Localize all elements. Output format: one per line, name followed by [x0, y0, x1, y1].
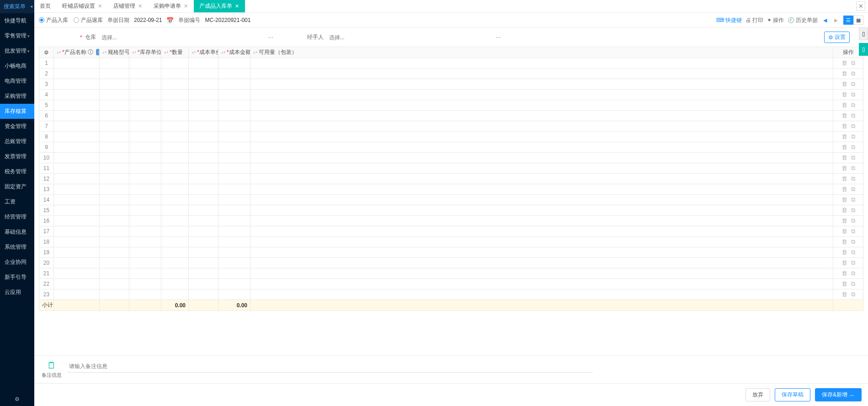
collapse-icon[interactable]: ◂: [30, 4, 32, 9]
table-row[interactable]: 6🗑⧉: [39, 111, 863, 121]
radio-product-in[interactable]: 产品入库: [39, 16, 68, 24]
copy-icon[interactable]: ⧉: [851, 112, 855, 119]
table-row[interactable]: 7🗑⧉: [39, 121, 863, 132]
col-quantity[interactable]: ▴▾*数量: [161, 47, 189, 58]
table-row[interactable]: 12🗑⧉: [39, 174, 863, 184]
delete-icon[interactable]: 🗑: [841, 249, 847, 256]
col-spec[interactable]: ▴▾规格型号: [100, 47, 129, 58]
sidebar-item[interactable]: 工资: [0, 194, 34, 209]
col-gear[interactable]: ⚙: [39, 47, 54, 58]
delete-icon[interactable]: 🗑: [841, 259, 847, 267]
operate-link[interactable]: ✦操作: [767, 16, 784, 24]
table-row[interactable]: 8🗑⧉: [39, 132, 863, 142]
close-icon[interactable]: ✕: [138, 3, 142, 9]
delete-icon[interactable]: 🗑: [841, 102, 847, 109]
delete-icon[interactable]: 🗑: [841, 238, 847, 246]
tab[interactable]: 产成品入库单✕: [194, 0, 245, 12]
delete-icon[interactable]: 🗑: [841, 228, 847, 235]
copy-icon[interactable]: ⧉: [851, 238, 855, 246]
table-row[interactable]: 14🗑⧉: [39, 195, 863, 205]
delete-icon[interactable]: 🗑: [841, 70, 847, 77]
table-row[interactable]: 23🗑⧉: [39, 289, 863, 300]
copy-icon[interactable]: ⧉: [851, 291, 855, 298]
copy-icon[interactable]: ⧉: [851, 59, 855, 67]
col-product-name[interactable]: ▴▾*产品名称 ⓘ 扫码录入: [54, 47, 100, 58]
delete-icon[interactable]: 🗑: [841, 270, 847, 277]
copy-icon[interactable]: ⧉: [851, 102, 855, 109]
copy-icon[interactable]: ⧉: [851, 207, 855, 214]
delete-icon[interactable]: 🗑: [841, 112, 847, 119]
table-row[interactable]: 4🗑⧉: [39, 90, 863, 100]
table-row[interactable]: 11🗑⧉: [39, 163, 863, 174]
copy-icon[interactable]: ⧉: [851, 228, 855, 235]
history-prev-icon[interactable]: ◀: [821, 17, 829, 23]
remark-input[interactable]: [67, 360, 593, 373]
copy-icon[interactable]: ⧉: [851, 165, 855, 172]
save-new-button[interactable]: 保存&新增︿: [815, 388, 862, 401]
close-all-tabs[interactable]: ✕: [856, 1, 865, 11]
rail-tab-2[interactable]: ▯: [859, 43, 868, 56]
sidebar-item[interactable]: 采购管理: [0, 89, 34, 104]
sidebar-item[interactable]: 企业协同: [0, 255, 34, 270]
copy-icon[interactable]: ⧉: [851, 280, 855, 288]
sidebar-item[interactable]: 固定资产: [0, 179, 34, 194]
copy-icon[interactable]: ⧉: [851, 249, 855, 256]
warehouse-input[interactable]: [99, 33, 263, 42]
sidebar-item[interactable]: 批发管理▾: [0, 43, 34, 59]
sidebar-item[interactable]: 小畅电商: [0, 59, 34, 74]
copy-icon[interactable]: ⧉: [851, 133, 855, 140]
more-icon[interactable]: ⋯: [266, 34, 275, 41]
tab[interactable]: 采购申请单✕: [148, 0, 194, 12]
delete-icon[interactable]: 🗑: [841, 123, 847, 130]
copy-icon[interactable]: ⧉: [851, 217, 855, 224]
sidebar-item[interactable]: 系统管理: [0, 240, 34, 255]
copy-icon[interactable]: ⧉: [851, 175, 855, 182]
tab[interactable]: 旺铺店铺设置✕: [57, 0, 108, 12]
col-cost-price[interactable]: ▴▾*成本单价: [189, 47, 218, 58]
delete-icon[interactable]: 🗑: [841, 91, 847, 98]
copy-icon[interactable]: ⧉: [851, 270, 855, 277]
delete-icon[interactable]: 🗑: [841, 80, 847, 88]
sidebar-item[interactable]: 资金管理: [0, 119, 34, 134]
delete-icon[interactable]: 🗑: [841, 291, 847, 298]
history-next-icon[interactable]: ▶: [832, 17, 840, 23]
table-row[interactable]: 21🗑⧉: [39, 268, 863, 279]
rail-tab-1[interactable]: ▯: [859, 27, 868, 40]
table-row[interactable]: 16🗑⧉: [39, 216, 863, 226]
table-row[interactable]: 13🗑⧉: [39, 184, 863, 195]
col-unit[interactable]: ▴▾*库存单位: [129, 47, 161, 58]
table-row[interactable]: 22🗑⧉: [39, 279, 863, 289]
copy-icon[interactable]: ⧉: [851, 259, 855, 267]
delete-icon[interactable]: 🗑: [841, 186, 847, 193]
table-row[interactable]: 1🗑⧉: [39, 58, 863, 69]
tab[interactable]: 首页: [34, 0, 57, 12]
delete-icon[interactable]: 🗑: [841, 165, 847, 172]
settings-button[interactable]: ⚙ 设置: [824, 32, 850, 43]
discard-button[interactable]: 放弃: [746, 388, 770, 401]
sidebar-footer[interactable]: ⚙: [0, 392, 34, 406]
copy-icon[interactable]: ⧉: [851, 123, 855, 130]
table-row[interactable]: 17🗑⧉: [39, 226, 863, 237]
save-draft-button[interactable]: 保存草稿: [775, 388, 810, 401]
shortcut-link[interactable]: ⌨快捷键: [716, 16, 742, 24]
close-icon[interactable]: ✕: [98, 3, 102, 9]
copy-icon[interactable]: ⧉: [851, 144, 855, 151]
calendar-icon[interactable]: 📅: [166, 17, 174, 24]
table-row[interactable]: 5🗑⧉: [39, 100, 863, 111]
sidebar-item[interactable]: 发票管理: [0, 149, 34, 164]
copy-icon[interactable]: ⧉: [851, 186, 855, 193]
copy-icon[interactable]: ⧉: [851, 154, 855, 161]
table-row[interactable]: 3🗑⧉: [39, 79, 863, 90]
sidebar-item[interactable]: 经营管理: [0, 209, 34, 224]
table-row[interactable]: 9🗑⧉: [39, 142, 863, 153]
radio-product-out[interactable]: 产品退库: [74, 16, 103, 24]
history-link[interactable]: 🕘历史单据: [788, 16, 818, 24]
sidebar-item[interactable]: 库存核算: [0, 104, 34, 119]
date-value[interactable]: 2022-09-21: [134, 17, 162, 23]
delete-icon[interactable]: 🗑: [841, 207, 847, 214]
table-row[interactable]: 10🗑⧉: [39, 153, 863, 163]
sidebar-search[interactable]: 搜索菜单 ◂: [0, 0, 34, 13]
delete-icon[interactable]: 🗑: [841, 133, 847, 140]
view-list-button[interactable]: ☰: [843, 16, 853, 25]
print-link[interactable]: 🖨打印: [746, 16, 763, 24]
